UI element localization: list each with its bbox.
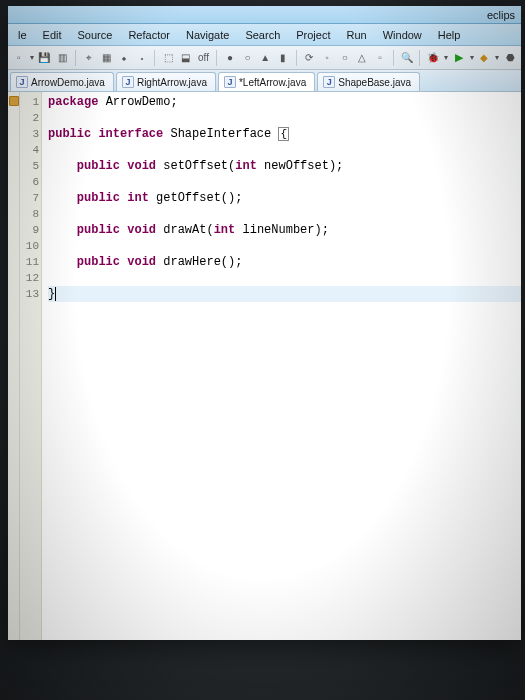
toolbar-separator [419, 50, 420, 66]
step-icon[interactable]: ⬩ [135, 50, 149, 66]
code-line[interactable] [48, 174, 521, 190]
tab-label: *LeftArrow.java [239, 77, 306, 88]
package-marker-icon[interactable] [9, 96, 19, 106]
coverage-icon[interactable]: ◆ [478, 50, 492, 66]
code-line[interactable]: package ArrowDemo; [48, 94, 521, 110]
app-name-fragment: eclips [487, 9, 515, 21]
tab-rightarrow[interactable]: J RightArrow.java [116, 72, 216, 91]
line-number: 3 [20, 126, 39, 142]
window-titlebar: eclips [8, 6, 521, 24]
refresh-icon[interactable]: ⟳ [303, 50, 317, 66]
line-number: 7 [20, 190, 39, 206]
search-icon[interactable]: 🔍 [400, 50, 414, 66]
java-file-icon: J [323, 76, 335, 88]
save-icon[interactable]: 💾 [38, 50, 52, 66]
menu-refactor[interactable]: Refactor [120, 27, 178, 43]
text-cursor [55, 287, 56, 301]
build-icon[interactable]: ⌖ [82, 50, 96, 66]
menu-file[interactable]: le [10, 27, 35, 43]
breakpoint-icon[interactable]: ⬥ [117, 50, 131, 66]
toolbar-separator [393, 50, 394, 66]
dot2-icon[interactable]: ◦ [320, 50, 334, 66]
open-task-icon[interactable]: ⬓ [179, 50, 193, 66]
tab-label: ArrowDemo.java [31, 77, 105, 88]
line-number: 2 [20, 110, 39, 126]
code-line[interactable] [48, 142, 521, 158]
toggle-mark-icon[interactable]: off [197, 50, 211, 66]
tab-label: RightArrow.java [137, 77, 207, 88]
matching-brace: { [278, 127, 289, 141]
menu-source[interactable]: Source [70, 27, 121, 43]
line-number: 11 [20, 254, 39, 270]
code-editor[interactable]: 12345678910111213 package ArrowDemo;publ… [8, 92, 521, 640]
tab-label: ShapeBase.java [338, 77, 411, 88]
circle-icon[interactable]: ○ [241, 50, 255, 66]
code-line[interactable] [48, 206, 521, 222]
code-line[interactable]: public void drawHere(); [48, 254, 521, 270]
menu-navigate[interactable]: Navigate [178, 27, 237, 43]
menu-edit[interactable]: Edit [35, 27, 70, 43]
tab-shapebase[interactable]: J ShapeBase.java [317, 72, 420, 91]
toggle-icon[interactable]: ▦ [99, 50, 113, 66]
save-all-icon[interactable]: ▥ [55, 50, 69, 66]
ext-tools-icon[interactable]: ⬣ [503, 50, 517, 66]
java-file-icon: J [224, 76, 236, 88]
toolbar-separator [216, 50, 217, 66]
dot3-icon[interactable]: ▫ [373, 50, 387, 66]
debug-icon[interactable]: 🐞 [426, 50, 440, 66]
open-type-icon[interactable]: ⬚ [161, 50, 175, 66]
dot-icon[interactable]: ● [223, 50, 237, 66]
menu-run[interactable]: Run [339, 27, 375, 43]
line-number: 1 [20, 94, 39, 110]
line-number-gutter: 12345678910111213 [20, 92, 42, 640]
new-icon[interactable]: ▫ [12, 50, 26, 66]
code-line[interactable]: } [48, 286, 521, 302]
menu-search[interactable]: Search [237, 27, 288, 43]
tab-leftarrow[interactable]: J *LeftArrow.java [218, 72, 315, 91]
menu-window[interactable]: Window [375, 27, 430, 43]
line-number: 8 [20, 206, 39, 222]
tri2-icon[interactable]: △ [356, 50, 370, 66]
code-line[interactable]: public int getOffset(); [48, 190, 521, 206]
menu-help[interactable]: Help [430, 27, 469, 43]
line-number: 5 [20, 158, 39, 174]
marker-strip [8, 92, 20, 640]
menu-project[interactable]: Project [288, 27, 338, 43]
code-area[interactable]: package ArrowDemo;public interface Shape… [42, 92, 521, 640]
line-number: 9 [20, 222, 39, 238]
pause-icon[interactable]: ▮ [276, 50, 290, 66]
line-number: 13 [20, 286, 39, 302]
code-line[interactable]: public void drawAt(int lineNumber); [48, 222, 521, 238]
dropdown-icon[interactable]: ▾ [444, 53, 448, 62]
circle2-icon[interactable]: ○ [338, 50, 352, 66]
toolbar: ▫▾ 💾 ▥ ⌖ ▦ ⬥ ⬩ ⬚ ⬓ off ● ○ ▲ ▮ ⟳ ◦ ○ △ ▫… [8, 46, 521, 70]
line-number: 6 [20, 174, 39, 190]
dropdown-icon[interactable]: ▾ [495, 53, 499, 62]
java-file-icon: J [16, 76, 28, 88]
dropdown-icon[interactable]: ▾ [30, 53, 34, 62]
tab-arrowdemo[interactable]: J ArrowDemo.java [10, 72, 114, 91]
line-number: 12 [20, 270, 39, 286]
editor-tab-row: J ArrowDemo.java J RightArrow.java J *Le… [8, 70, 521, 92]
code-line[interactable]: public void setOffset(int newOffset); [48, 158, 521, 174]
code-line[interactable] [48, 270, 521, 286]
toolbar-separator [154, 50, 155, 66]
toolbar-separator [296, 50, 297, 66]
line-number: 10 [20, 238, 39, 254]
java-file-icon: J [122, 76, 134, 88]
toolbar-separator [75, 50, 76, 66]
line-number: 4 [20, 142, 39, 158]
triangle-up-icon[interactable]: ▲ [258, 50, 272, 66]
code-line[interactable] [48, 110, 521, 126]
code-line[interactable] [48, 238, 521, 254]
run-icon[interactable]: ▶ [452, 50, 466, 66]
dropdown-icon[interactable]: ▾ [470, 53, 474, 62]
menu-bar: le Edit Source Refactor Navigate Search … [8, 24, 521, 46]
code-line[interactable]: public interface ShapeInterface { [48, 126, 521, 142]
